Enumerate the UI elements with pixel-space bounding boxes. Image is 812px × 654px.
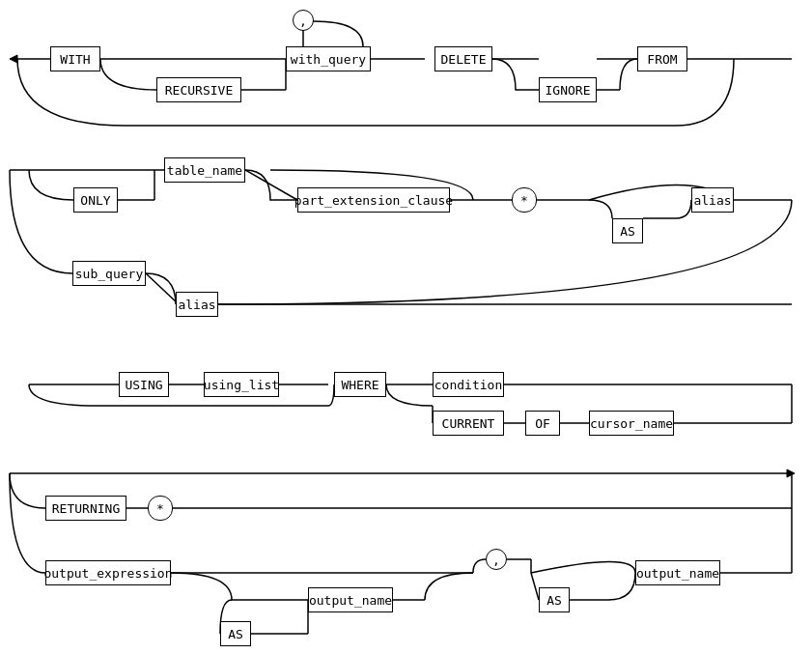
output-name1-box: output_name	[308, 587, 393, 612]
delete-box: DELETE	[434, 46, 492, 71]
table-name-box: table_name	[164, 157, 245, 183]
svg-marker-0	[10, 55, 17, 63]
cursor-name-box: cursor_name	[589, 411, 674, 436]
star-box: *	[512, 187, 537, 213]
where-box: WHERE	[334, 372, 386, 397]
with-box: WITH	[50, 46, 100, 71]
svg-line-38	[531, 573, 539, 600]
current-box: CURRENT	[433, 411, 504, 436]
recursive-box: RECURSIVE	[156, 77, 241, 102]
from-box: FROM	[637, 46, 687, 71]
alias1-box: alias	[691, 187, 734, 213]
star2-box: *	[148, 496, 173, 521]
part-extension-clause-box: part_extension_clause	[297, 187, 450, 213]
using-list-box: using_list	[204, 372, 279, 397]
comma1-box: ,	[293, 10, 314, 31]
svg-marker-31	[787, 469, 795, 477]
svg-line-13	[245, 170, 297, 200]
diagram: WITH , with_query RECURSIVE DELETE IGNOR…	[0, 0, 812, 654]
of-box: OF	[525, 411, 560, 436]
sub-query-box: sub_query	[72, 261, 146, 286]
as1-box: AS	[612, 218, 643, 243]
output-expression-box: output_expression	[45, 560, 171, 585]
comma2-box: ,	[486, 549, 507, 570]
using-box: USING	[119, 372, 169, 397]
alias2-box: alias	[176, 292, 218, 317]
only-box: ONLY	[73, 187, 118, 213]
as2-box: AS	[220, 621, 251, 646]
ignore-box: IGNORE	[539, 77, 597, 102]
as3-box: AS	[539, 587, 570, 612]
svg-line-19	[146, 273, 179, 304]
with-query-box: with_query	[286, 46, 371, 71]
condition-box: condition	[433, 372, 504, 397]
returning-box: RETURNING	[45, 496, 126, 521]
output-name2-box: output_name	[635, 560, 720, 585]
